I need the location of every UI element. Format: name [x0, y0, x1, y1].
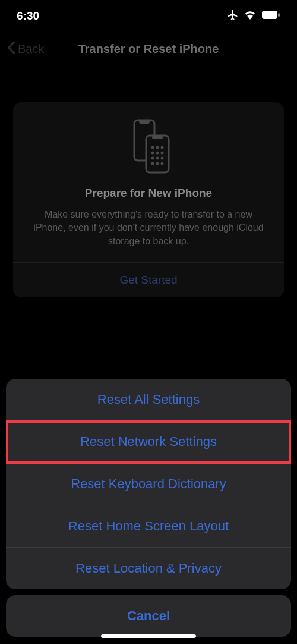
svg-point-10 [156, 152, 159, 155]
cancel-button[interactable]: Cancel [6, 595, 291, 637]
svg-rect-5 [152, 136, 163, 139]
wifi-icon [244, 10, 257, 23]
svg-point-13 [156, 157, 159, 160]
status-time: 6:30 [17, 10, 39, 23]
reset-location-privacy-button[interactable]: Reset Location & Privacy [6, 548, 291, 589]
status-icons [227, 9, 280, 24]
sheet-group: Reset All Settings Reset Network Setting… [6, 379, 291, 589]
svg-point-8 [161, 146, 164, 149]
airplane-icon [227, 9, 239, 24]
svg-point-9 [151, 152, 154, 155]
svg-point-6 [151, 146, 154, 149]
action-sheet: Reset All Settings Reset Network Setting… [0, 379, 297, 644]
svg-point-15 [151, 162, 154, 165]
svg-point-11 [161, 152, 164, 155]
nav-header: Back Transfer or Reset iPhone [0, 32, 297, 65]
reset-network-settings-button[interactable]: Reset Network Settings [6, 421, 291, 463]
svg-point-12 [151, 157, 154, 160]
svg-rect-3 [139, 120, 150, 124]
card-description: Make sure everything's ready to transfer… [24, 208, 273, 248]
devices-icon [24, 119, 273, 174]
page-title: Transfer or Reset iPhone [78, 42, 219, 56]
svg-point-7 [156, 146, 159, 149]
prepare-card: Prepare for New iPhone Make sure everyth… [13, 102, 284, 297]
get-started-button[interactable]: Get Started [24, 263, 273, 297]
svg-rect-0 [262, 11, 277, 19]
svg-rect-1 [278, 13, 280, 17]
svg-point-17 [161, 162, 164, 165]
back-label: Back [18, 42, 44, 56]
back-button[interactable]: Back [7, 41, 44, 57]
reset-home-screen-layout-button[interactable]: Reset Home Screen Layout [6, 505, 291, 548]
home-indicator[interactable] [101, 634, 196, 638]
chevron-left-icon [7, 41, 15, 57]
svg-point-16 [156, 162, 159, 165]
reset-keyboard-dictionary-button[interactable]: Reset Keyboard Dictionary [6, 463, 291, 505]
battery-icon [261, 10, 280, 23]
reset-all-settings-button[interactable]: Reset All Settings [6, 379, 291, 421]
svg-point-14 [161, 157, 164, 160]
card-title: Prepare for New iPhone [24, 187, 273, 200]
status-bar: 6:30 [0, 0, 297, 32]
